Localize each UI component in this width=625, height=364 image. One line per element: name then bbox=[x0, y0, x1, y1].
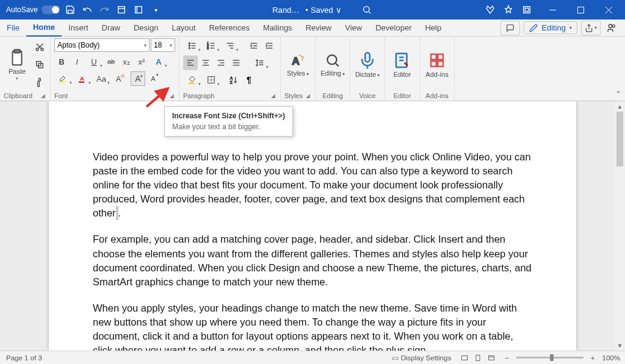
paste-button[interactable]: Paste ▾ bbox=[4, 38, 31, 91]
clear-formatting-button[interactable]: A◇ bbox=[111, 71, 126, 86]
zoom-in-button[interactable]: + bbox=[591, 354, 595, 362]
change-case-button[interactable]: Aa bbox=[92, 71, 110, 86]
redo-icon[interactable] bbox=[98, 3, 111, 16]
coming-soon-icon[interactable] bbox=[502, 3, 515, 16]
tab-mailings[interactable]: Mailings bbox=[256, 20, 299, 37]
undo-icon[interactable] bbox=[81, 3, 94, 16]
italic-button[interactable]: I bbox=[70, 54, 84, 69]
scroll-up-icon[interactable]: ▲ bbox=[615, 101, 625, 112]
saved-indicator[interactable]: • Saved ∨ bbox=[305, 5, 341, 15]
tab-insert[interactable]: Insert bbox=[62, 20, 95, 37]
zoom-out-button[interactable]: − bbox=[505, 354, 509, 362]
qat-customize-icon[interactable]: ▾ bbox=[149, 3, 162, 16]
close-button[interactable] bbox=[594, 0, 623, 20]
decrease-indent-button[interactable] bbox=[247, 38, 261, 53]
increase-indent-button[interactable] bbox=[262, 38, 276, 53]
zoom-slider[interactable] bbox=[516, 357, 583, 359]
paragraph-1[interactable]: Video provides a powerful way to help yo… bbox=[93, 150, 532, 220]
tab-review[interactable]: Review bbox=[299, 20, 339, 37]
increase-font-size-button[interactable]: A▴ bbox=[131, 71, 145, 86]
save-icon[interactable] bbox=[63, 3, 77, 16]
decrease-font-size-button[interactable]: A▾ bbox=[146, 71, 161, 86]
font-launcher-icon[interactable]: ◢ bbox=[170, 93, 175, 99]
font-color-button[interactable]: A bbox=[73, 71, 92, 86]
paragraph-2[interactable]: For example, you can add a matching cove… bbox=[93, 232, 532, 288]
underline-button[interactable]: U bbox=[85, 54, 103, 69]
group-clipboard: Paste ▾ Clipboard◢ bbox=[0, 37, 51, 101]
align-left-button[interactable] bbox=[183, 55, 198, 70]
clipboard-launcher-icon[interactable]: ◢ bbox=[41, 93, 46, 99]
shading-button[interactable] bbox=[183, 73, 201, 87]
bullets-button[interactable] bbox=[183, 38, 201, 53]
svg-point-16 bbox=[36, 48, 38, 51]
web-layout-icon[interactable] bbox=[485, 352, 497, 363]
editing-dropdown-button[interactable]: Editing bbox=[319, 38, 346, 91]
document-area[interactable]: Video provides a powerful way to help yo… bbox=[0, 101, 625, 351]
dictate-button[interactable]: Dictate bbox=[354, 38, 381, 91]
maximize-button[interactable] bbox=[566, 0, 594, 20]
premium-icon[interactable] bbox=[483, 3, 497, 16]
multilevel-list-button[interactable] bbox=[221, 38, 239, 53]
search-icon[interactable] bbox=[360, 3, 374, 16]
page-indicator[interactable]: Page 1 of 3 bbox=[0, 354, 42, 362]
styles-button[interactable]: A Styles bbox=[284, 38, 311, 91]
strikethrough-button[interactable]: ab bbox=[104, 54, 118, 69]
highlight-color-button[interactable] bbox=[54, 71, 73, 86]
svg-rect-0 bbox=[118, 7, 125, 13]
display-settings-button[interactable]: ▭ Display Settings bbox=[392, 354, 451, 362]
svg-point-25 bbox=[189, 43, 190, 44]
share-button[interactable]: ▾ bbox=[581, 21, 601, 35]
paragraph-3[interactable]: When you apply styles, your headings cha… bbox=[93, 301, 532, 351]
qat-icon2[interactable] bbox=[132, 3, 145, 16]
bold-button[interactable]: B bbox=[54, 54, 69, 69]
tab-draw[interactable]: Draw bbox=[95, 20, 127, 37]
minimize-button[interactable] bbox=[538, 0, 566, 20]
coauthoring-icon[interactable] bbox=[604, 21, 619, 35]
numbering-button[interactable]: 123 bbox=[202, 38, 220, 53]
svg-rect-8 bbox=[577, 7, 583, 13]
addins-button[interactable]: Add-ins bbox=[424, 38, 450, 91]
subscript-button[interactable]: x₂ bbox=[119, 54, 134, 69]
qat-icon1[interactable] bbox=[115, 3, 128, 16]
zoom-level[interactable]: 100% bbox=[602, 354, 620, 362]
tab-view[interactable]: View bbox=[338, 20, 369, 37]
tab-help[interactable]: Help bbox=[418, 20, 448, 37]
svg-rect-5 bbox=[524, 7, 530, 13]
autosave-toggle[interactable]: AutoSave bbox=[6, 5, 60, 14]
copy-icon[interactable] bbox=[33, 58, 46, 71]
superscript-button[interactable]: x² bbox=[134, 54, 149, 69]
text-effects-button[interactable]: A bbox=[150, 54, 168, 69]
paragraph-launcher-icon[interactable]: ◢ bbox=[271, 93, 276, 99]
tab-references[interactable]: References bbox=[202, 20, 256, 37]
scroll-thumb[interactable] bbox=[616, 112, 623, 166]
tab-developer[interactable]: Developer bbox=[369, 20, 418, 37]
vertical-scrollbar[interactable]: ▲ ▼ bbox=[615, 101, 625, 351]
focus-mode-icon[interactable] bbox=[458, 352, 471, 363]
print-layout-icon[interactable] bbox=[472, 352, 484, 363]
editing-mode-button[interactable]: Editing ▾ bbox=[524, 21, 577, 34]
format-painter-icon[interactable] bbox=[33, 76, 46, 89]
align-center-button[interactable] bbox=[198, 55, 213, 70]
tab-layout[interactable]: Layout bbox=[165, 20, 202, 37]
tab-file[interactable]: File bbox=[0, 20, 26, 37]
sort-button[interactable]: AZ bbox=[226, 73, 241, 87]
styles-launcher-icon[interactable]: ◢ bbox=[306, 93, 311, 99]
collapse-ribbon-icon[interactable]: ⌃ bbox=[615, 90, 621, 98]
svg-line-71 bbox=[336, 63, 339, 66]
tab-home[interactable]: Home bbox=[26, 20, 62, 37]
show-hide-button[interactable]: ¶ bbox=[242, 73, 256, 87]
borders-button[interactable] bbox=[202, 73, 220, 87]
justify-button[interactable] bbox=[229, 55, 244, 70]
comments-button[interactable] bbox=[500, 21, 520, 35]
align-right-button[interactable] bbox=[214, 55, 228, 70]
tab-design[interactable]: Design bbox=[127, 20, 165, 37]
cut-icon[interactable] bbox=[33, 40, 46, 54]
group-editor: Editor Editor bbox=[385, 37, 420, 101]
document-page[interactable]: Video provides a powerful way to help yo… bbox=[49, 101, 576, 351]
font-size-select[interactable]: 18▾ bbox=[151, 38, 175, 52]
editor-button[interactable]: Editor bbox=[389, 38, 416, 91]
line-spacing-button[interactable] bbox=[251, 55, 269, 70]
ribbon-display-icon[interactable] bbox=[520, 3, 533, 16]
scroll-down-icon[interactable]: ▼ bbox=[615, 340, 625, 351]
font-name-select[interactable]: Aptos (Body)▾ bbox=[54, 38, 150, 52]
